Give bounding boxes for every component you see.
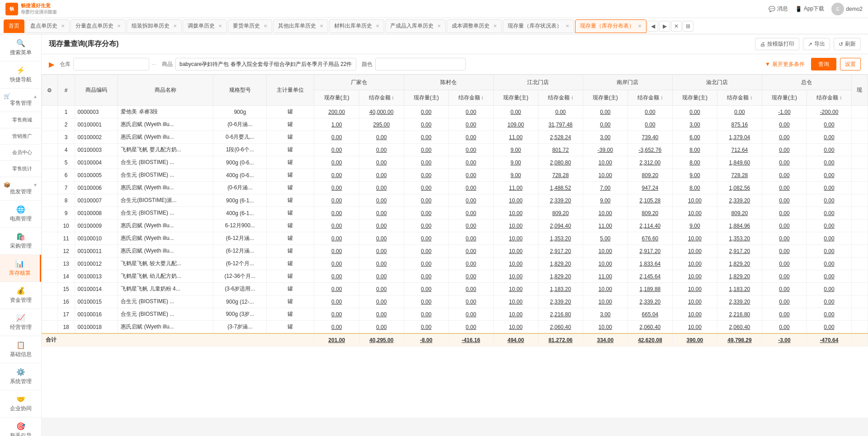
row-yubei-amt[interactable]: 1,353.20 <box>717 232 762 245</box>
filter-expand-arrow[interactable]: ▶ <box>49 60 54 69</box>
yubei-amt-info-icon[interactable]: ℹ <box>750 95 752 100</box>
row-chen-amt[interactable]: 0.00 <box>449 118 494 131</box>
row-total-amt[interactable]: 0.00 <box>807 258 852 270</box>
row-total-qty[interactable]: 0.00 <box>762 220 807 232</box>
row-yubei-amt[interactable]: 712.64 <box>717 144 762 156</box>
warehouse-more-icon[interactable]: ··· <box>152 61 156 67</box>
row-total-amt[interactable]: 0.00 <box>807 194 852 207</box>
row-gear[interactable] <box>42 220 58 232</box>
row-factory-qty[interactable]: 0.00 <box>314 156 359 169</box>
row-yubei-amt[interactable]: 2,339.20 <box>717 295 762 308</box>
row-chen-amt[interactable]: 0.00 <box>449 232 494 245</box>
row-jiangbei-amt[interactable]: 2,094.40 <box>538 220 583 232</box>
row-yubei-qty[interactable]: 8.00 <box>672 182 717 194</box>
row-jiangbei-qty[interactable]: 9.00 <box>493 156 538 169</box>
expand-conditions-btn[interactable]: ▼ 展开更多条件 <box>762 60 807 69</box>
tab-transfer[interactable]: 调拨单历史 ✕ <box>183 19 227 33</box>
row-nanshore-qty[interactable]: 9.00 <box>583 194 628 207</box>
row-nanshore-qty[interactable]: 3.00 <box>583 131 628 144</box>
row-total-qty[interactable]: -1.00 <box>762 106 807 118</box>
row-factory-amt[interactable]: 0.00 <box>359 295 404 308</box>
nanshore-amt-info-icon[interactable]: ℹ <box>661 95 663 100</box>
sidebar-item-retail[interactable]: 🛒 ▲ 零售管理 <box>0 89 41 112</box>
row-jiangbei-qty[interactable]: 0.00 <box>493 106 538 118</box>
row-nanshore-amt[interactable]: 2,060.40 <box>628 321 673 334</box>
tab-prev-btn[interactable]: ◀ <box>647 21 658 32</box>
row-jiangbei-qty[interactable]: 10.00 <box>493 207 538 220</box>
row-factory-amt[interactable]: 0.00 <box>359 182 404 194</box>
row-total-qty[interactable]: 0.00 <box>762 270 807 283</box>
row-nanshore-qty[interactable]: 10.00 <box>583 169 628 182</box>
row-chen-amt[interactable]: 0.00 <box>449 144 494 156</box>
row-chen-qty[interactable]: 0.00 <box>404 169 449 182</box>
row-factory-amt[interactable]: 0.00 <box>359 207 404 220</box>
row-gear[interactable] <box>42 258 58 270</box>
row-total-amt[interactable]: 0.00 <box>807 321 852 334</box>
row-jiangbei-amt[interactable]: 2,528.24 <box>538 131 583 144</box>
tab-next-btn[interactable]: ▶ <box>659 21 670 32</box>
message-btn[interactable]: 💬 消息 <box>769 5 788 13</box>
row-nanshore-amt[interactable]: 0.00 <box>628 106 673 118</box>
export-button[interactable]: ↗ 导出 <box>803 38 830 50</box>
summary-nanshore-qty[interactable]: 334.00 <box>583 333 628 347</box>
row-total-qty[interactable]: 0.00 <box>762 283 807 295</box>
row-jiangbei-qty[interactable]: 9.00 <box>493 169 538 182</box>
row-jiangbei-qty[interactable]: 11.00 <box>493 131 538 144</box>
row-total-amt[interactable]: 0.00 <box>807 220 852 232</box>
summary-factory-amt[interactable]: 40,295.00 <box>359 333 404 347</box>
row-nanshore-amt[interactable]: 676.60 <box>628 232 673 245</box>
summary-total-qty[interactable]: -3.00 <box>762 333 807 347</box>
row-gear[interactable] <box>42 295 58 308</box>
row-gear[interactable] <box>42 118 58 131</box>
row-gear[interactable] <box>42 194 58 207</box>
row-chen-qty[interactable]: 0.00 <box>404 106 449 118</box>
row-chen-qty[interactable]: 0.00 <box>404 232 449 245</box>
summary-yubei-amt[interactable]: 49,798.29 <box>717 333 762 347</box>
row-yubei-amt[interactable]: 0.00 <box>717 106 762 118</box>
sidebar-item-basic-info[interactable]: 📋 基础信息 <box>0 336 41 363</box>
row-total-qty[interactable]: 0.00 <box>762 321 807 334</box>
row-nanshore-qty[interactable]: 10.00 <box>583 245 628 258</box>
row-nanshore-amt[interactable]: 1,189.88 <box>628 283 673 295</box>
row-yubei-amt[interactable]: 2,216.80 <box>717 308 762 321</box>
tab-stock-count[interactable]: 盘点单历史 ✕ <box>25 19 70 33</box>
color-input[interactable] <box>375 58 466 70</box>
row-total-amt[interactable]: 0.00 <box>807 131 852 144</box>
row-nanshore-qty[interactable]: 10.00 <box>583 207 628 220</box>
warehouse-input[interactable] <box>73 58 149 70</box>
row-factory-amt[interactable]: 0.00 <box>359 156 404 169</box>
row-jiangbei-qty[interactable]: 10.00 <box>493 321 538 334</box>
row-total-amt[interactable]: 0.00 <box>807 295 852 308</box>
row-factory-amt[interactable]: 0.00 <box>359 131 404 144</box>
row-jiangbei-amt[interactable]: 2,080.80 <box>538 156 583 169</box>
summary-nanshore-amt[interactable]: 42,620.08 <box>628 333 673 347</box>
row-factory-qty[interactable]: 0.00 <box>314 232 359 245</box>
row-yubei-amt[interactable]: 1,829.20 <box>717 258 762 270</box>
row-yubei-qty[interactable]: 9.00 <box>672 169 717 182</box>
row-factory-qty[interactable]: 0.00 <box>314 220 359 232</box>
row-yubei-qty[interactable]: 8.00 <box>672 156 717 169</box>
row-jiangbei-qty[interactable]: 9.00 <box>493 144 538 156</box>
app-download-btn[interactable]: 📱 App下载 <box>795 5 824 13</box>
row-chen-amt[interactable]: 0.00 <box>449 308 494 321</box>
row-jiangbei-amt[interactable]: 2,339.20 <box>538 194 583 207</box>
row-total-amt[interactable]: 0.00 <box>807 283 852 295</box>
row-factory-amt[interactable]: 0.00 <box>359 270 404 283</box>
row-factory-qty[interactable]: 0.00 <box>314 144 359 156</box>
row-factory-amt[interactable]: 0.00 <box>359 220 404 232</box>
row-total-amt[interactable]: 0.00 <box>807 207 852 220</box>
row-gear[interactable] <box>42 321 58 334</box>
row-yubei-amt[interactable]: 1,183.20 <box>717 283 762 295</box>
row-yubei-amt[interactable]: 809.20 <box>717 207 762 220</box>
row-total-qty[interactable]: 0.00 <box>762 182 807 194</box>
row-yubei-amt[interactable]: 2,060.40 <box>717 321 762 334</box>
row-total-qty[interactable]: 0.00 <box>762 308 807 321</box>
total-amt-info-icon[interactable]: ℹ <box>840 95 842 100</box>
sidebar-item-enterprise[interactable]: 🤝 企业协同 <box>0 390 41 417</box>
row-nanshore-qty[interactable]: 11.00 <box>583 270 628 283</box>
row-factory-amt[interactable]: 0.00 <box>359 169 404 182</box>
row-gear[interactable] <box>42 169 58 182</box>
row-gear[interactable] <box>42 182 58 194</box>
row-total-amt[interactable]: 0.00 <box>807 308 852 321</box>
tab-close-combo[interactable]: ✕ <box>173 23 177 28</box>
